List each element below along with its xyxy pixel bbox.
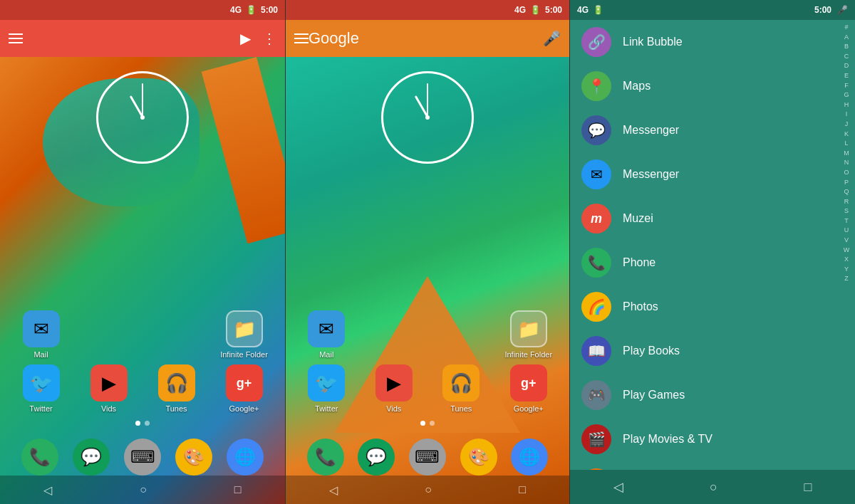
list-item-phone[interactable]: 📞 Phone bbox=[570, 241, 838, 285]
list-item-link-bubble[interactable]: 🔗 Link Bubble bbox=[570, 20, 838, 64]
dock-hangouts[interactable]: 💬 bbox=[73, 439, 110, 476]
back-button-1[interactable]: ◁ bbox=[43, 483, 52, 497]
dock-keyboard-2[interactable]: ⌨ bbox=[409, 439, 446, 476]
dock-chrome-2[interactable]: 🌐 bbox=[511, 439, 548, 476]
dock-photos-2[interactable]: 🎨 bbox=[460, 439, 497, 476]
list-item-play-books[interactable]: 📖 Play Books bbox=[570, 329, 838, 373]
status-bar-right: 5:00 🎤 bbox=[814, 5, 848, 15]
app-icon-mail-2[interactable]: ✉ Mail bbox=[301, 310, 351, 359]
clock-minute-hand-2 bbox=[427, 83, 428, 117]
dock-photos[interactable]: 🎨 bbox=[175, 439, 212, 476]
app-icon-infinite-folder[interactable]: 📁 Infinite Folder bbox=[219, 310, 269, 359]
clock-circle-1 bbox=[96, 71, 189, 164]
alpha-H[interactable]: H bbox=[844, 100, 849, 110]
app-icon-infinite-folder-2[interactable]: 📁 Infinite Folder bbox=[504, 310, 554, 359]
mic-status-icon: 🎤 bbox=[837, 5, 848, 15]
alpha-C[interactable]: C bbox=[844, 52, 849, 61]
play-books-label: Play Books bbox=[623, 345, 680, 357]
list-item-messenger-google[interactable]: ✉ Messenger bbox=[570, 152, 838, 196]
recent-button-1[interactable]: □ bbox=[234, 483, 242, 496]
nav-bar-3: ◁ ○ □ bbox=[570, 470, 855, 504]
app-icon-twitter-2[interactable]: 🐦 Twitter bbox=[301, 364, 351, 413]
link-bubble-icon: 🔗 bbox=[581, 27, 611, 57]
menu-button-2[interactable] bbox=[294, 33, 309, 43]
list-item-play-music[interactable]: 🎵 Play Music bbox=[570, 461, 838, 470]
home-button-1[interactable]: ○ bbox=[140, 483, 147, 496]
alpha-N[interactable]: N bbox=[844, 158, 849, 167]
dock-chrome[interactable]: 🌐 bbox=[227, 439, 264, 476]
status-bar-left: 4G 🔋 bbox=[577, 5, 603, 15]
google-search-bar[interactable]: Google bbox=[309, 29, 543, 48]
home-button-2[interactable]: ○ bbox=[425, 483, 432, 496]
app-icon-mail[interactable]: ✉ Mail bbox=[16, 310, 66, 359]
alpha-Y[interactable]: Y bbox=[844, 265, 849, 274]
gplus-icon: g+ bbox=[226, 364, 263, 401]
alpha-V[interactable]: V bbox=[844, 236, 849, 245]
alpha-O[interactable]: O bbox=[844, 168, 849, 177]
alpha-K[interactable]: K bbox=[844, 130, 849, 139]
muzei-label: Muzei bbox=[623, 212, 653, 225]
app-row-1-2: 🐦 Twitter ▶ Vids 🎧 Tunes g+ Google+ bbox=[7, 364, 278, 413]
alpha-hash[interactable]: # bbox=[844, 23, 848, 32]
top-bar-1: ▶ ⋮ bbox=[0, 20, 285, 57]
tunes-label: Tunes bbox=[165, 404, 187, 413]
alpha-Z[interactable]: Z bbox=[844, 274, 849, 283]
status-bar-1: 4G 🔋 5:00 bbox=[0, 0, 285, 20]
list-item-maps[interactable]: 📍 Maps bbox=[570, 64, 838, 108]
alpha-M[interactable]: M bbox=[844, 149, 849, 158]
recent-button-2[interactable]: □ bbox=[519, 483, 526, 496]
app-icon-googleplus-2[interactable]: g+ Google+ bbox=[504, 364, 554, 413]
menu-button-1[interactable] bbox=[9, 33, 23, 43]
top-bar-2[interactable]: Google 🎤 bbox=[286, 20, 569, 57]
tunes-label-2: Tunes bbox=[450, 404, 472, 413]
alpha-Q[interactable]: Q bbox=[844, 187, 849, 196]
app-icon-twitter[interactable]: 🐦 Twitter bbox=[16, 364, 66, 413]
list-item-photos[interactable]: 🌈 Photos bbox=[570, 285, 838, 329]
nav-bar-1: ◁ ○ □ bbox=[0, 476, 285, 504]
dock-phone-2[interactable]: 📞 bbox=[307, 439, 344, 476]
alpha-L[interactable]: L bbox=[844, 139, 848, 148]
alpha-D[interactable]: D bbox=[844, 61, 849, 70]
app-icon-vids[interactable]: ▶ Vids bbox=[84, 364, 134, 413]
dock-keyboard[interactable]: ⌨ bbox=[124, 439, 161, 476]
alpha-X[interactable]: X bbox=[844, 255, 849, 264]
alpha-F[interactable]: F bbox=[844, 81, 849, 90]
alpha-E[interactable]: E bbox=[844, 71, 849, 80]
alphabet-sidebar[interactable]: # A B C D E F G H I J K L M N O P Q R S … bbox=[838, 20, 855, 470]
app-grid-2: ✉ Mail 📁 Infinite Folder 🐦 Twitter ▶ bbox=[286, 310, 569, 419]
alpha-J[interactable]: J bbox=[845, 120, 849, 129]
gplus-icon-2: g+ bbox=[510, 364, 547, 401]
alpha-G[interactable]: G bbox=[844, 90, 849, 100]
list-item-muzei[interactable]: m Muzei bbox=[570, 196, 838, 241]
mic-icon[interactable]: 🎤 bbox=[543, 30, 561, 47]
home-button-3[interactable]: ○ bbox=[710, 480, 717, 495]
alpha-P[interactable]: P bbox=[844, 178, 849, 187]
dock-phone[interactable]: 📞 bbox=[21, 439, 58, 476]
app-icon-vids-2[interactable]: ▶ Vids bbox=[369, 364, 419, 413]
back-button-2[interactable]: ◁ bbox=[329, 483, 338, 497]
list-item-play-games[interactable]: 🎮 Play Games bbox=[570, 373, 838, 417]
alpha-R[interactable]: R bbox=[844, 197, 849, 206]
app-icon-tunes[interactable]: 🎧 Tunes bbox=[152, 364, 202, 413]
more-options-icon-1[interactable]: ⋮ bbox=[262, 30, 276, 47]
alpha-U[interactable]: U bbox=[844, 226, 849, 235]
play-books-icon: 📖 bbox=[581, 336, 611, 366]
dock-hangouts-2[interactable]: 💬 bbox=[358, 439, 395, 476]
recent-button-3[interactable]: □ bbox=[804, 480, 812, 495]
list-item-messenger-fb[interactable]: 💬 Messenger bbox=[570, 108, 838, 152]
app-row-2-1: ✉ Mail 📁 Infinite Folder bbox=[293, 310, 562, 359]
app-icon-tunes-2[interactable]: 🎧 Tunes bbox=[436, 364, 486, 413]
list-item-play-movies[interactable]: 🎬 Play Movies & TV bbox=[570, 417, 838, 461]
app-icon-googleplus[interactable]: g+ Google+ bbox=[219, 364, 269, 413]
alpha-W[interactable]: W bbox=[844, 246, 850, 255]
alpha-T[interactable]: T bbox=[844, 216, 849, 226]
mail-label: Mail bbox=[33, 350, 48, 359]
alpha-I[interactable]: I bbox=[846, 110, 848, 119]
alpha-A[interactable]: A bbox=[844, 33, 849, 42]
play-movies-icon: 🎬 bbox=[581, 424, 611, 454]
play-icon-1[interactable]: ▶ bbox=[240, 30, 251, 47]
back-button-3[interactable]: ◁ bbox=[613, 479, 623, 495]
alpha-S[interactable]: S bbox=[844, 206, 849, 216]
vids-label-2: Vids bbox=[386, 404, 401, 413]
alpha-B[interactable]: B bbox=[844, 42, 849, 51]
